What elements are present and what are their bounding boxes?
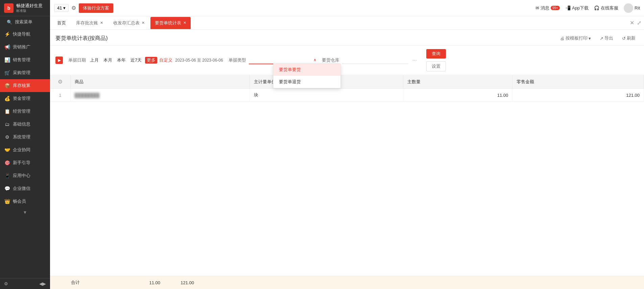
sidebar: b 畅捷通好生意 标准版 🔍 搜索菜单 ⚡ 快捷导航 📢 营销推广 📊 销售管理… (0, 0, 50, 289)
tab-order-stats[interactable]: 要货单统计表 ✕ (150, 17, 191, 29)
trial-button[interactable]: 体验行业方案 (79, 3, 113, 13)
footer-amount: 121.00 (166, 280, 199, 285)
quick-nav-icon: ⚡ (4, 31, 10, 37)
cell-goods: ████████ (70, 89, 249, 102)
company-dropdown[interactable]: 41 ▾ (54, 4, 69, 12)
type-dropdown-popup: 要货单要货 要货单退货 (273, 63, 341, 88)
cell-index: 1 (50, 89, 70, 102)
tab-bar-right: ✕ ⤢ (630, 20, 641, 26)
messages-btn[interactable]: ✉ 消息 99+ (535, 5, 560, 11)
sidebar-item-basic[interactable]: 🗂 基础信息 (0, 118, 50, 131)
tab-receive-summary[interactable]: 收发存汇总表 ✕ (109, 17, 149, 29)
sidebar-item-finance[interactable]: 💰 资金管理 (0, 92, 50, 105)
main-content: 41 ▾ ⚙ 体验行业方案 ✉ 消息 99+ 📲 App下载 🎧 在线客服 R (50, 0, 644, 289)
print-btn[interactable]: 🖨 按模板打印 ▾ (557, 34, 594, 43)
page-actions: 🖨 按模板打印 ▾ ↗ 导出 ↺ 刷新 (557, 34, 639, 43)
sidebar-item-apps[interactable]: 📱 应用中心 (0, 169, 50, 182)
col-settings-header[interactable]: ⚙ (50, 75, 70, 89)
marketing-icon: 📢 (4, 44, 10, 50)
enterprise-icon: 🤝 (4, 147, 10, 153)
shortcut-more-badge[interactable]: 更多 (145, 57, 157, 64)
query-button[interactable]: 查询 (426, 49, 446, 59)
sidebar-item-enterprise[interactable]: 🤝 企业协同 (0, 143, 50, 156)
tab-expand-icon[interactable]: ⤢ (637, 20, 641, 26)
shortcut-this-month[interactable]: 本月 (102, 57, 114, 64)
tab-batch-account[interactable]: 库存批次账 ✕ (72, 17, 108, 29)
warehouse-input[interactable] (342, 57, 408, 64)
tab-bar: 首页 库存批次账 ✕ 收发存汇总表 ✕ 要货单统计表 ✕ ✕ ⤢ (50, 16, 644, 30)
date-filter-group: 单据日期 上月 本月 本年 近7天 更多 自定义 2023-05-06 至 20… (68, 57, 223, 64)
shortcut-7days[interactable]: 近7天 (129, 57, 143, 64)
tab-close-all-icon[interactable]: ✕ (630, 20, 634, 26)
shortcut-custom[interactable]: 自定义 (159, 57, 172, 63)
dropdown-arrow-icon: ▾ (63, 5, 66, 10)
online-service-btn[interactable]: 🎧 在线客服 (594, 5, 618, 11)
finance-icon: 💰 (4, 95, 10, 102)
type-select-input[interactable] (249, 57, 313, 64)
filter-expand-btn[interactable]: ▶ (55, 57, 63, 64)
sidebar-bottom: ⚙ ◀▶ (0, 278, 50, 289)
guide-icon: 🎯 (4, 160, 10, 166)
table-header-row: ⚙ 商品 主计量单位 主数量 零售金额 (50, 75, 644, 89)
apps-icon: 📱 (4, 173, 10, 179)
sidebar-item-marketing[interactable]: 📢 营销推广 (0, 41, 50, 53)
message-icon: ✉ (535, 5, 539, 10)
tab-close-order[interactable]: ✕ (183, 21, 186, 25)
export-btn[interactable]: ↗ 导出 (597, 34, 616, 43)
refresh-btn[interactable]: ↺ 刷新 (619, 34, 639, 43)
filter-buttons: 查询 设置 (426, 49, 446, 71)
sidebar-item-wechat[interactable]: 💬 企业微信 (0, 182, 50, 195)
print-arrow-icon: ▾ (589, 36, 591, 41)
tab-close-receive[interactable]: ✕ (142, 21, 145, 25)
filter-more-icon[interactable]: ··· (412, 57, 417, 63)
data-table: ⚙ 商品 主计量单位 主数量 零售金额 1 ████████ (50, 75, 644, 102)
basic-icon: 🗂 (4, 121, 10, 127)
type-select-arrow-icon[interactable]: ∧ (313, 58, 316, 62)
search-icon: 🔍 (7, 20, 12, 25)
type-label: 单据类型 (229, 57, 246, 63)
sidebar-settings-btn[interactable]: ⚙ (4, 281, 8, 286)
sidebar-scroll-down[interactable]: ▼ (0, 208, 50, 217)
dropdown-option-order-goods[interactable]: 要货单要货 (273, 64, 340, 76)
shortcut-last-month[interactable]: 上月 (89, 57, 100, 64)
date-range-display[interactable]: 2023-05-06 至 2023-06-06 (175, 58, 223, 63)
page-content: 要货单统计表(按商品) 🖨 按模板打印 ▾ ↗ 导出 ↺ 刷新 ▶ (50, 30, 644, 289)
cell-amount: 121.00 (512, 89, 644, 102)
print-icon: 🖨 (560, 36, 565, 41)
footer-label: 合计 (54, 280, 132, 286)
sidebar-item-quick-nav[interactable]: ⚡ 快捷导航 (0, 28, 50, 41)
sidebar-item-sales[interactable]: 📊 销售管理 (0, 53, 50, 66)
purchase-icon: 🛒 (4, 70, 10, 76)
wechat-icon: 💬 (4, 185, 10, 192)
sidebar-item-member[interactable]: 👑 畅会员 (0, 195, 50, 208)
tab-close-batch[interactable]: ✕ (100, 21, 103, 25)
shortcut-this-year[interactable]: 本年 (116, 57, 127, 64)
tab-home[interactable]: 首页 (53, 17, 70, 29)
sidebar-item-system[interactable]: ⚙ 系统管理 (0, 131, 50, 143)
filter-row: ▶ 单据日期 上月 本月 本年 近7天 更多 自定义 2023-05-06 至 … (50, 46, 644, 75)
warehouse-label: 要货仓库 (322, 57, 339, 63)
sidebar-item-inventory[interactable]: 📦 库存核算 (0, 79, 50, 92)
sidebar-item-operations[interactable]: 📋 经营管理 (0, 105, 50, 118)
dropdown-option-order-return[interactable]: 要货单退货 (273, 76, 340, 88)
page-title: 要货单统计表(按商品) (55, 35, 108, 42)
sidebar-logo: b 畅捷通好生意 标准版 (0, 0, 50, 16)
cell-unit: 块 (249, 89, 403, 102)
sidebar-collapse-btn[interactable]: ◀▶ (39, 281, 46, 286)
header-right: ✉ 消息 99+ 📲 App下载 🎧 在线客服 Rit (535, 3, 640, 13)
col-settings-icon[interactable]: ⚙ (58, 79, 63, 85)
app-download-btn[interactable]: 📲 App下载 (565, 5, 589, 11)
sidebar-item-purchase[interactable]: 🛒 采购管理 (0, 66, 50, 79)
table-footer: 合计 11.00 121.00 (50, 276, 644, 289)
col-amount-header: 零售金额 (512, 75, 644, 89)
sidebar-item-guide[interactable]: 🎯 新手引导 (0, 156, 50, 169)
sidebar-search[interactable]: 🔍 搜索菜单 (0, 16, 50, 28)
sales-icon: 📊 (4, 57, 10, 63)
download-icon: 📲 (565, 5, 571, 10)
avatar (624, 3, 633, 13)
warehouse-filter-group: 要货仓库 ··· (322, 57, 418, 64)
settings-button[interactable]: 设置 (426, 61, 446, 71)
top-header: 41 ▾ ⚙ 体验行业方案 ✉ 消息 99+ 📲 App下载 🎧 在线客服 R (50, 0, 644, 16)
header-settings-icon[interactable]: ⚙ (71, 5, 76, 11)
user-avatar-btn[interactable]: Rit (624, 3, 640, 13)
